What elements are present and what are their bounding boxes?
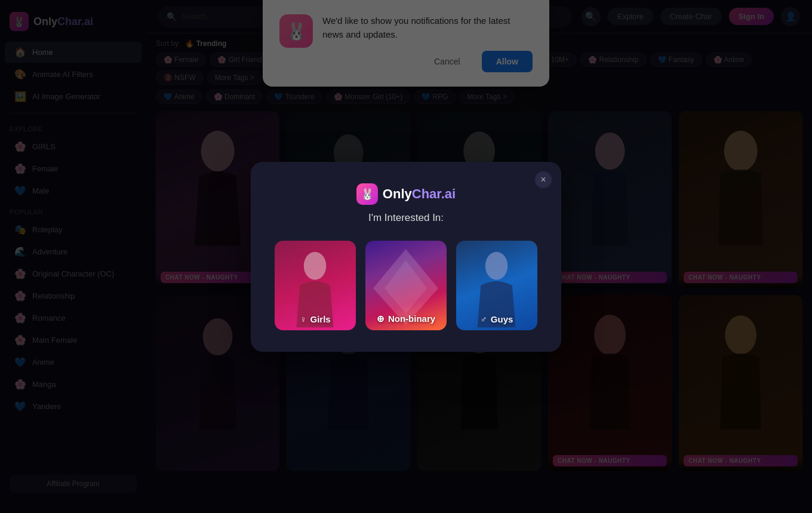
svg-point-10 — [304, 251, 327, 279]
interest-card-guys[interactable]: ♂ Guys — [456, 241, 537, 330]
interest-options: ♀ Girls ⊕ Non-binary — [275, 241, 537, 330]
interest-card-nonbinary-label: ⊕ Non-binary — [371, 308, 441, 330]
guys-icon: ♂ — [481, 314, 487, 324]
interest-card-girls-label: ♀ Girls — [294, 308, 336, 330]
modal-close-button[interactable]: × — [535, 171, 552, 188]
girls-icon: ♀ — [300, 314, 306, 324]
modal-subtitle: I'm Interested In: — [275, 212, 537, 224]
interest-modal-overlay: × 🐰 OnlyChar.ai I'm Interested In: ♀ Gir… — [0, 0, 812, 513]
nonbinary-icon: ⊕ — [377, 314, 385, 324]
svg-point-13 — [485, 251, 508, 279]
modal-logo-char: Char.ai — [412, 186, 456, 201]
interest-card-girls[interactable]: ♀ Girls — [275, 241, 356, 330]
interest-card-nonbinary[interactable]: ⊕ Non-binary — [365, 241, 447, 330]
modal-logo-text: OnlyChar.ai — [383, 186, 456, 202]
interest-card-guys-label: ♂ Guys — [475, 308, 519, 330]
interest-modal: × 🐰 OnlyChar.ai I'm Interested In: ♀ Gir… — [251, 162, 561, 352]
modal-logo: 🐰 OnlyChar.ai — [275, 183, 537, 205]
modal-logo-only: Only — [383, 186, 412, 201]
modal-logo-icon: 🐰 — [356, 183, 378, 205]
